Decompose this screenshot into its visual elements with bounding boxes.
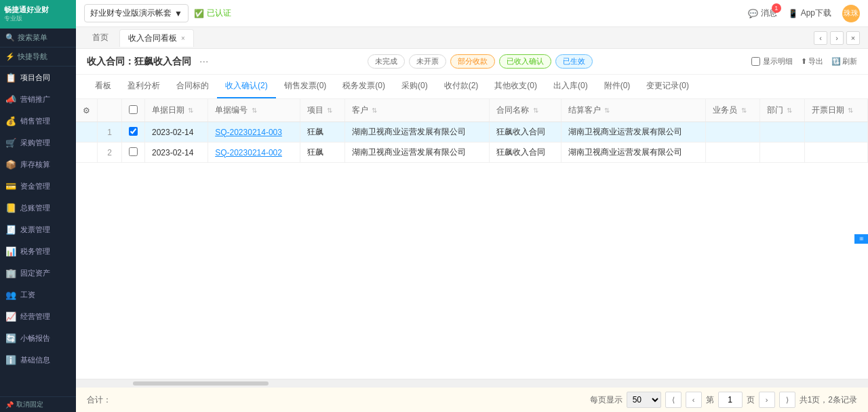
messages-btn[interactable]: 💬 消息 1 [748,7,777,19]
sidebar-item-reports[interactable]: 🔄 小畅报告 [0,327,76,349]
tab-nav: ‹ › × [814,31,860,45]
app-download-btn[interactable]: 📱 App下载 [788,7,831,19]
app-edition: 专业版 [4,14,49,23]
tab-sales-invoice[interactable]: 销售发票(0) [276,75,335,98]
sort-icon: ⇅ [604,107,610,114]
th-department[interactable]: 部门 ⇅ [760,99,804,122]
tab-prev-btn[interactable]: ‹ [814,31,827,45]
status-confirmed[interactable]: 已收入确认 [499,54,551,69]
sidebar-item-inventory[interactable]: 📦 库存核算 [0,153,76,175]
tab-other-income[interactable]: 其他收支(0) [486,75,545,98]
page-label-end: 页 [747,394,755,406]
tab-income-contract[interactable]: 收入合同看板 × [119,29,194,47]
refresh-btn[interactable]: 🔃 刷新 [831,56,857,67]
td-date: 2023-02-14 [145,122,208,143]
tabbar: 首页 收入合同看板 × ‹ › × [76,27,868,49]
search-menu-label: 搜索菜单 [18,33,47,43]
td-checkbox[interactable] [122,143,145,163]
sidebar-item-label: 库存核算 [20,160,50,170]
status-partial-collected[interactable]: 部分收款 [450,54,495,69]
row-checkbox[interactable] [129,127,138,136]
sidebar-item-ops[interactable]: 📈 经营管理 [0,305,76,327]
sidebar-item-project-contract[interactable]: 📋 项目合同 [0,67,76,88]
inner-tabs: 看板 盈利分析 合同标的 收入确认(2) 销售发票(0) 税务发票(0) 采购(… [76,75,868,99]
display-detail-toggle[interactable]: 显示明细 [751,56,793,67]
tab-next-btn[interactable]: › [830,31,844,45]
sidebar-item-finance[interactable]: 💳 资金管理 [0,175,76,197]
action-panel-btn[interactable]: ≡ [854,234,868,244]
sidebar-item-marketing[interactable]: 📣 营销推广 [0,88,76,110]
status-uninvoiced[interactable]: 未开票 [409,54,446,69]
tab-kanban[interactable]: 看板 [87,75,119,98]
tab-income-confirm[interactable]: 收入确认(2) [217,75,276,98]
app-name: 畅捷通好业财 [4,5,49,14]
th-customer[interactable]: 客户 ⇅ [344,99,490,122]
page-input[interactable] [718,392,743,408]
td-checkbox[interactable] [122,122,145,143]
th-doc-no[interactable]: 单据编号 ⇅ [208,99,300,122]
th-contract-name[interactable]: 合同名称 ⇅ [490,99,561,122]
status-effective[interactable]: 已生效 [555,54,593,69]
prev-page-btn[interactable]: ‹ [686,392,702,408]
user-avatar[interactable]: 珠珠 [842,5,860,22]
th-salesperson[interactable]: 业务员 ⇅ [706,99,760,122]
per-page-select[interactable]: 20 50 100 [627,392,661,408]
th-project[interactable]: 项目 ⇅ [300,99,344,122]
th-settings[interactable]: ⚙ [76,99,98,122]
scrollbar-thumb[interactable] [133,381,269,386]
quick-nav-btn[interactable]: ⚡ 快捷导航 [0,48,76,67]
search-menu-btn[interactable]: 🔍 搜索菜单 [0,29,76,48]
sidebar-item-label: 固定资产 [20,268,50,278]
check-icon: ✅ [194,9,204,18]
select-all-checkbox[interactable] [129,105,138,114]
sidebar-item-tax[interactable]: 📊 税务管理 [0,240,76,262]
status-uncomplete[interactable]: 未完成 [368,54,405,69]
tab-profit[interactable]: 盈利分析 [119,75,168,98]
first-page-btn[interactable]: ⟨ [665,392,682,408]
data-table: ⚙ 单据日期 ⇅ 单据编号 ⇅ 项目 ⇅ 客户 ⇅ 合同名称 ⇅ 结算客户 ⇅ … [76,99,868,163]
last-page-btn[interactable]: ⟩ [779,392,795,408]
sidebar-item-purchase[interactable]: 🛒 采购管理 [0,132,76,153]
tab-warehouse[interactable]: 出入库(0) [545,75,596,98]
export-btn[interactable]: ⬆ 导出 [801,56,823,67]
unpin-btn[interactable]: 📌 取消固定 [0,396,76,412]
more-btn[interactable]: ··· [199,56,208,68]
fixed-assets-icon: 🏢 [5,267,16,278]
sidebar-item-sales[interactable]: 💰 销售管理 [0,110,76,132]
table-container: ⚙ 单据日期 ⇅ 单据编号 ⇅ 项目 ⇅ 客户 ⇅ 合同名称 ⇅ 结算客户 ⇅ … [76,99,868,379]
next-page-btn[interactable]: › [759,392,775,408]
download-icon: 📱 [788,9,798,18]
sidebar-item-basic-info[interactable]: ℹ️ 基础信息 [0,349,76,371]
th-settlement-customer[interactable]: 结算客户 ⇅ [561,99,706,122]
tab-attachments[interactable]: 附件(0) [596,75,639,98]
td-settlement-customer: 湖南卫视商业运营发展有限公司 [561,122,706,143]
tab-close-btn[interactable]: × [846,31,860,45]
sidebar-item-hr[interactable]: 👥 工资 [0,284,76,305]
tab-payment[interactable]: 收付款(2) [436,75,487,98]
tab-contract-standard[interactable]: 合同标的 [168,75,217,98]
tab-tax-invoice[interactable]: 税务发票(0) [334,75,393,98]
tab-purchase[interactable]: 采购(0) [393,75,436,98]
company-selector[interactable]: 好业财专业版演示帐套 ▼ [84,4,189,22]
th-date[interactable]: 单据日期 ⇅ [145,99,208,122]
close-icon[interactable]: × [181,35,185,42]
sidebar-item-label: 发票管理 [20,225,50,235]
doc-no-link[interactable]: SQ-20230214-003 [215,128,282,137]
sidebar-item-invoice[interactable]: 🧾 发票管理 [0,219,76,240]
th-open-date[interactable]: 开票日期 ⇅ [804,99,867,122]
refresh-label: 刷新 [842,56,857,67]
th-checkbox[interactable] [122,99,145,122]
tab-change-log[interactable]: 变更记录(0) [638,75,697,98]
horizontal-scrollbar[interactable] [76,379,868,387]
display-detail-checkbox[interactable] [751,57,760,66]
sidebar-item-general-ledger[interactable]: 📒 总账管理 [0,197,76,219]
sidebar-item-fixed-assets[interactable]: 🏢 固定资产 [0,262,76,284]
topbar-right: 💬 消息 1 📱 App下载 珠珠 [748,5,860,22]
content-area: 收入合同：狂飙收入合同 ··· 未完成 未开票 部分收款 已收入确认 已生效 显… [76,49,868,412]
td-open-date [804,122,867,143]
tab-home[interactable]: 首页 [84,32,117,43]
doc-no-link[interactable]: SQ-20230214-002 [215,148,282,157]
row-checkbox[interactable] [129,147,138,156]
company-name: 好业财专业版演示帐套 [90,7,172,19]
message-icon: 💬 [748,9,758,18]
